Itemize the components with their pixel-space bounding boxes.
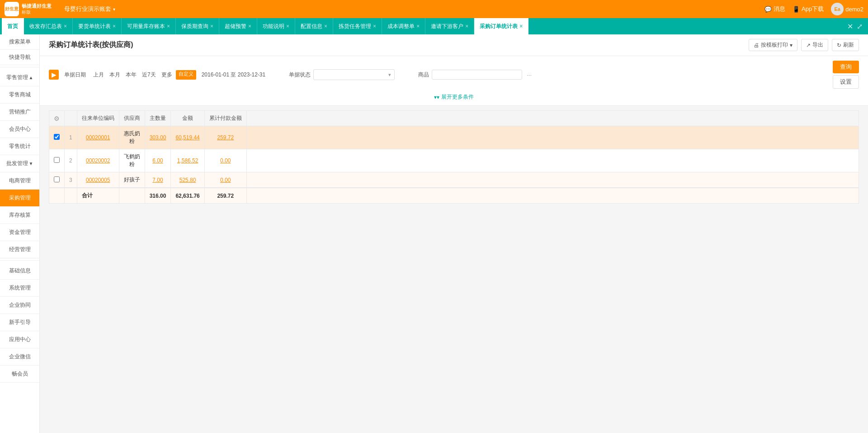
sidebar-item-operations[interactable]: 经营管理: [0, 241, 39, 258]
workspace-selector[interactable]: 母婴行业演示账套 ▾: [64, 5, 115, 13]
filter-toggle-button[interactable]: ▶: [49, 70, 59, 80]
sidebar-item-retail[interactable]: 零售管理 ▲: [0, 69, 39, 86]
sidebar-item-vip[interactable]: 畅会员: [0, 366, 39, 383]
status-select[interactable]: 待审核 已审核 已关闭: [313, 69, 395, 80]
sidebar-item-finance[interactable]: 资金管理: [0, 224, 39, 241]
row-empty: [246, 172, 859, 188]
sidebar-item-enterprise[interactable]: 企业协同: [0, 297, 39, 314]
tab-function-desc[interactable]: 功能说明 ×: [257, 18, 295, 34]
date-btn-this-month[interactable]: 本月: [108, 70, 122, 80]
close-tab-config-info[interactable]: ×: [324, 23, 327, 29]
quantity-link[interactable]: 303.00: [150, 134, 166, 141]
supplier-code-link[interactable]: 00020005: [86, 177, 110, 183]
amount-link[interactable]: 525.80: [179, 177, 196, 183]
paid-amount-link[interactable]: 259.72: [217, 134, 234, 141]
date-btn-this-year[interactable]: 本年: [124, 70, 138, 80]
row-checkbox[interactable]: [49, 126, 65, 149]
message-button[interactable]: 💬 消息: [764, 5, 785, 13]
close-tab-goods-stats[interactable]: ×: [113, 23, 116, 29]
sidebar-item-marketing[interactable]: 营销推广: [0, 104, 39, 121]
paid-amount-link[interactable]: 0.00: [220, 177, 231, 183]
close-tab-pick-task[interactable]: ×: [373, 23, 376, 29]
row-checkbox[interactable]: [49, 149, 65, 172]
amount-link[interactable]: 1,586.52: [177, 157, 198, 164]
th-settings[interactable]: ⚙: [49, 111, 65, 126]
date-btn-more[interactable]: 更多: [160, 70, 174, 80]
close-tab-function-desc[interactable]: ×: [286, 23, 289, 29]
sidebar-item-inventory[interactable]: 库存核算: [0, 207, 39, 224]
sidebar-item-enterprise-wechat[interactable]: 企业微信: [0, 348, 39, 366]
user-menu[interactable]: Ea demo2: [831, 3, 863, 15]
settings-button[interactable]: 设置: [833, 75, 859, 89]
sidebar-item-wholesale[interactable]: 批发管理 ▼: [0, 155, 39, 172]
th-supplier-code: 往来单位编码: [77, 111, 119, 126]
tab-cost-adjust[interactable]: 成本调整单 ×: [382, 18, 425, 34]
refresh-button[interactable]: ↻ 刷新: [832, 39, 859, 51]
page-header: 采购订单统计表(按供应商) 🖨 按模板打印 ▾ ↗ 导出 ↻ 刷新: [40, 34, 868, 56]
sidebar-item-retail-mall[interactable]: 零售商城: [0, 86, 39, 104]
tab-config-info[interactable]: 配置信息 ×: [295, 18, 333, 34]
custom-date-badge[interactable]: 自定义: [176, 70, 196, 80]
close-all-tabs-button[interactable]: ✕: [847, 22, 853, 31]
sidebar-item-basic-info[interactable]: 基础信息: [0, 262, 39, 280]
sidebar-item-retail-stats[interactable]: 零售统计: [0, 138, 39, 155]
amount-link[interactable]: 60,519.44: [175, 134, 199, 141]
close-tab-purchase-stats[interactable]: ×: [519, 23, 523, 29]
tab-invite-downstream[interactable]: 邀请下游客户 ×: [425, 18, 474, 34]
sidebar-item-ecommerce[interactable]: 电商管理: [0, 172, 39, 190]
sidebar-item-app-center[interactable]: 应用中心: [0, 331, 39, 348]
row-amount: 60,519.44: [171, 126, 204, 149]
goods-input[interactable]: [432, 70, 522, 80]
tab-pick-task[interactable]: 拣货任务管理 ×: [333, 18, 382, 34]
tab-goods-stats[interactable]: 要货单统计表 ×: [73, 18, 122, 34]
content-area: 采购订单统计表(按供应商) 🖨 按模板打印 ▾ ↗ 导出 ↻ 刷新: [40, 34, 868, 433]
sidebar-item-member[interactable]: 会员中心: [0, 121, 39, 138]
paid-amount-link[interactable]: 0.00: [220, 157, 231, 164]
row-index: 1: [65, 126, 77, 149]
sidebar-item-search[interactable]: 搜索菜单: [0, 34, 39, 50]
close-tab-invite-downstream[interactable]: ×: [465, 23, 468, 29]
sidebar-item-purchase[interactable]: 采购管理: [0, 190, 39, 207]
table-row[interactable]: 2 00020002 飞鹤奶粉 6.00 1,586.52 0.00: [49, 149, 859, 172]
quantity-link[interactable]: 6.00: [152, 157, 163, 164]
table-footer-row: 合计 316.00 62,631.76 259.72: [49, 188, 859, 204]
expand-tabs-button[interactable]: ⤢: [857, 22, 863, 31]
table-row[interactable]: 1 00020001 惠氏奶粉 303.00 60,519.44 259.72: [49, 126, 859, 149]
tab-home[interactable]: 首页: [2, 18, 24, 34]
tab-overstock[interactable]: 超储预警 ×: [219, 18, 257, 34]
close-tab-available-stock[interactable]: ×: [167, 23, 170, 29]
row-quantity: 7.00: [145, 172, 171, 188]
close-tab-warranty[interactable]: ×: [210, 23, 213, 29]
sidebar-item-system[interactable]: 系统管理: [0, 280, 39, 297]
row-quantity: 6.00: [145, 149, 171, 172]
close-tab-overstock[interactable]: ×: [248, 23, 251, 29]
sidebar-item-new-guide[interactable]: 新手引导: [0, 314, 39, 331]
date-btn-7days[interactable]: 近7天: [140, 70, 158, 80]
supplier-code-link[interactable]: 00020002: [86, 157, 110, 164]
page-title: 采购订单统计表(按供应商): [49, 40, 133, 50]
row-supplier-name: 惠氏奶粉: [119, 126, 145, 149]
filter-status-field: 单据状态 待审核 已审核 已关闭: [289, 69, 395, 80]
tab-warranty[interactable]: 保质期查询 ×: [176, 18, 219, 34]
tab-collect-pay[interactable]: 收发存汇总表 ×: [24, 18, 73, 34]
tab-available-stock[interactable]: 可用量库存账本 ×: [122, 18, 176, 34]
quantity-link[interactable]: 7.00: [152, 177, 163, 183]
goods-input-more-icon[interactable]: ···: [527, 71, 532, 78]
row-checkbox[interactable]: [49, 172, 65, 188]
query-button[interactable]: 查询: [833, 61, 859, 73]
close-tab-collect-pay[interactable]: ×: [64, 23, 67, 29]
expand-more-conditions[interactable]: ▾▾ 展开更多条件: [434, 90, 474, 101]
app-download-button[interactable]: 📱 App下载: [793, 5, 824, 13]
nav-right-buttons: ✕ ⤢: [844, 18, 866, 34]
sidebar-item-shortcut[interactable]: 快捷导航: [0, 50, 39, 65]
export-button[interactable]: ↗ 导出: [801, 39, 828, 51]
table-row[interactable]: 3 00020005 好孩子 7.00 525.80 0.00: [49, 172, 859, 188]
footer-amount: 62,631.76: [171, 188, 204, 204]
close-tab-cost-adjust[interactable]: ×: [416, 23, 420, 29]
supplier-code-link[interactable]: 00020001: [86, 134, 110, 141]
footer-empty-1: [49, 188, 65, 204]
column-settings-icon[interactable]: ⚙: [54, 115, 60, 122]
template-print-button[interactable]: 🖨 按模板打印 ▾: [749, 39, 797, 51]
date-btn-last-month[interactable]: 上月: [91, 70, 106, 80]
tab-purchase-stats[interactable]: 采购订单统计表 ×: [474, 18, 528, 34]
